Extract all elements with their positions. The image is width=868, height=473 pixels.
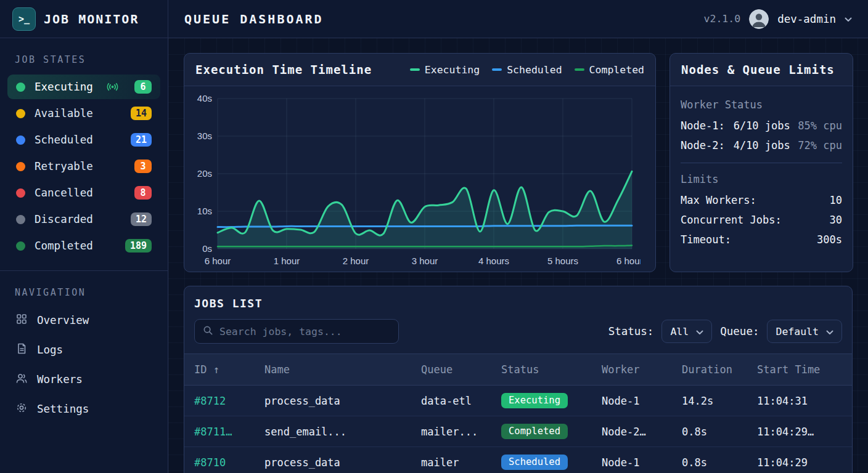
legend-swatch bbox=[575, 68, 584, 71]
svg-text:10s: 10s bbox=[197, 206, 212, 216]
state-dot bbox=[16, 241, 25, 251]
node-name: Node-2: bbox=[681, 139, 725, 152]
limit-row: Timeout:300s bbox=[681, 233, 842, 246]
sidebar-item-settings[interactable]: Settings bbox=[0, 394, 168, 424]
chevron-down-icon bbox=[696, 326, 703, 338]
limit-value: 30 bbox=[830, 214, 842, 226]
job-start-time: 11:04:31 bbox=[757, 395, 852, 407]
jobs-panel: JOBS LIST Status: All Queue: Default bbox=[184, 286, 853, 473]
table-row[interactable]: #8711…send_email...mailer...CompletedNod… bbox=[184, 416, 852, 447]
chevron-down-icon[interactable] bbox=[845, 13, 852, 25]
svg-text:6 hour: 6 hour bbox=[205, 256, 231, 266]
sidebar-state-discarded[interactable]: Discarded12 bbox=[7, 207, 160, 232]
sidebar-item-overview[interactable]: Overview bbox=[0, 305, 168, 335]
jobs-title: JOBS LIST bbox=[194, 297, 842, 310]
job-queue: mailer bbox=[421, 456, 501, 469]
job-queue: data-etl bbox=[421, 395, 501, 407]
limit-label: Max Workers: bbox=[681, 194, 756, 206]
table-row[interactable]: #8710process_datamailerScheduledNode-10.… bbox=[184, 447, 852, 473]
legend-label: Scheduled bbox=[507, 64, 562, 76]
worker-status-label: Worker Status bbox=[681, 99, 842, 111]
job-worker: Node-2… bbox=[602, 426, 682, 438]
chart-body: 0s10s20s30s40s6 hour1 hour2 hour3 hour4 … bbox=[184, 86, 655, 272]
state-count-badge: 12 bbox=[131, 212, 152, 226]
worker-status-list: Node-1:6/10 jobs85% cpuNode-2:4/10 jobs7… bbox=[681, 119, 842, 152]
sidebar-state-retryable[interactable]: Retryable3 bbox=[7, 154, 160, 179]
node-name: Node-1: bbox=[681, 119, 725, 132]
legend-item-completed[interactable]: Completed bbox=[575, 64, 644, 76]
live-signal-icon bbox=[105, 82, 120, 92]
topbar-right: v2.1.0 dev-admin bbox=[704, 9, 852, 29]
sidebar: >_ JOB MONITOR JOB STATES Executing6Avai… bbox=[0, 0, 168, 473]
limit-label: Concurrent Jobs: bbox=[681, 214, 782, 226]
limits-list: Max Workers:10Concurrent Jobs:30Timeout:… bbox=[681, 194, 842, 246]
limit-row: Max Workers:10 bbox=[681, 194, 842, 206]
state-count-badge: 3 bbox=[134, 160, 152, 173]
svg-text:6 hours: 6 hours bbox=[616, 256, 641, 266]
nav-item-label: Logs bbox=[37, 344, 63, 356]
sidebar-state-executing[interactable]: Executing6 bbox=[7, 75, 160, 99]
state-count-badge: 189 bbox=[125, 239, 152, 253]
legend-item-executing[interactable]: Executing bbox=[410, 64, 480, 76]
chevron-down-icon bbox=[826, 326, 833, 338]
node-cpu: 85% cpu bbox=[798, 119, 842, 132]
svg-text:5 hours: 5 hours bbox=[547, 256, 578, 266]
column-header-name[interactable]: Name bbox=[264, 363, 421, 376]
job-queue: mailer... bbox=[421, 426, 501, 438]
navigation-label: NAVIGATION bbox=[0, 271, 168, 305]
sidebar-item-logs[interactable]: Logs bbox=[0, 335, 168, 365]
avatar[interactable] bbox=[749, 9, 769, 29]
gear-icon bbox=[15, 402, 28, 416]
column-header-worker[interactable]: Worker bbox=[602, 363, 682, 376]
status-badge: Executing bbox=[501, 393, 568, 408]
legend-swatch bbox=[410, 68, 420, 71]
job-name: process_data bbox=[264, 395, 421, 407]
user-name[interactable]: dev-admin bbox=[777, 13, 836, 25]
state-label: Completed bbox=[35, 240, 93, 252]
search-icon bbox=[203, 325, 213, 338]
timeline-panel: Execution Time Timeline ExecutingSchedul… bbox=[184, 53, 656, 272]
sidebar-state-cancelled[interactable]: Cancelled8 bbox=[7, 180, 160, 205]
column-header-id[interactable]: ID ↑ bbox=[194, 363, 264, 376]
worker-status-row: Node-1:6/10 jobs85% cpu bbox=[681, 119, 842, 132]
column-header-status[interactable]: Status bbox=[501, 363, 602, 376]
sidebar-state-scheduled[interactable]: Scheduled21 bbox=[7, 127, 160, 152]
table-row[interactable]: #8712process_datadata-etlExecutingNode-1… bbox=[184, 386, 852, 416]
version-label: v2.1.0 bbox=[704, 13, 741, 25]
limit-label: Timeout: bbox=[681, 233, 731, 246]
svg-text:40s: 40s bbox=[197, 93, 212, 103]
state-dot bbox=[16, 109, 25, 118]
job-states-label: JOB STATES bbox=[0, 38, 168, 73]
app-logo: >_ JOB MONITOR bbox=[0, 0, 168, 38]
nodes-panel: Nodes & Queue Limits Worker Status Node-… bbox=[669, 53, 853, 272]
svg-text:3 hour: 3 hour bbox=[412, 256, 438, 266]
sidebar-state-available[interactable]: Available14 bbox=[7, 101, 160, 126]
state-dot bbox=[16, 162, 25, 171]
queue-select[interactable]: Default bbox=[767, 320, 842, 343]
job-duration: 0.8s bbox=[682, 426, 757, 438]
sidebar-item-workers[interactable]: Workers bbox=[0, 365, 168, 394]
legend-item-scheduled[interactable]: Scheduled bbox=[492, 64, 562, 76]
jobs-filters: Status: All Queue: Default bbox=[608, 320, 842, 343]
state-label: Cancelled bbox=[35, 187, 93, 199]
jobs-controls: Status: All Queue: Default bbox=[194, 319, 842, 344]
sidebar-state-completed[interactable]: Completed189 bbox=[7, 233, 160, 258]
nav-item-label: Settings bbox=[37, 403, 89, 415]
svg-text:30s: 30s bbox=[197, 131, 212, 141]
search-input[interactable] bbox=[219, 326, 390, 338]
status-select[interactable]: All bbox=[661, 320, 712, 343]
timeline-panel-header: Execution Time Timeline ExecutingSchedul… bbox=[184, 54, 655, 86]
nodes-panel-header: Nodes & Queue Limits bbox=[670, 54, 853, 86]
document-icon bbox=[15, 342, 28, 357]
column-header-queue[interactable]: Queue bbox=[421, 363, 501, 376]
state-dot bbox=[16, 135, 25, 145]
timeline-chart: 0s10s20s30s40s6 hour1 hour2 hour3 hour4 … bbox=[189, 91, 641, 271]
state-label: Executing bbox=[35, 81, 93, 93]
legend-swatch bbox=[492, 68, 502, 71]
column-header-duration[interactable]: Duration bbox=[682, 363, 757, 376]
column-header-starttime[interactable]: Start Time bbox=[757, 363, 852, 376]
job-worker: Node-1 bbox=[602, 395, 682, 407]
status-select-value: All bbox=[670, 326, 689, 338]
state-label: Discarded bbox=[35, 213, 93, 225]
search-box bbox=[194, 319, 399, 344]
